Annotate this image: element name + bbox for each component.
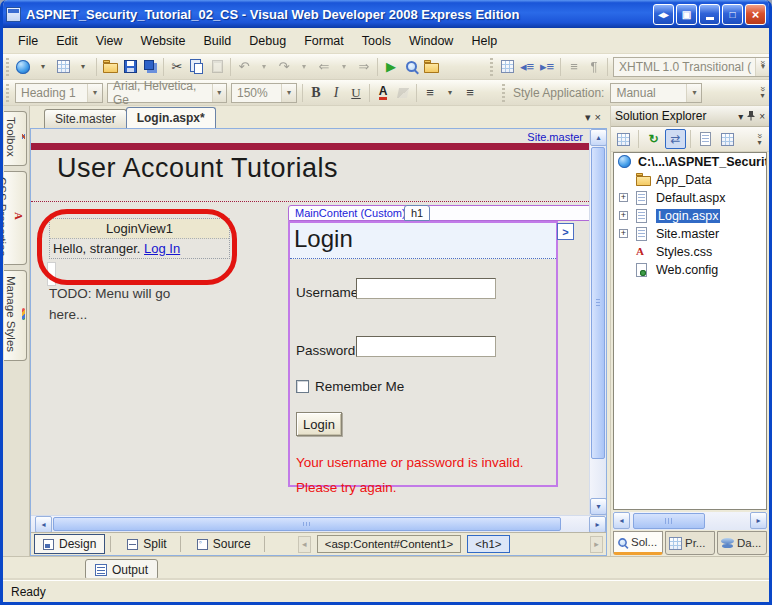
window-switch-button[interactable]: ◂▸ — [653, 4, 674, 25]
tree-item-website-root[interactable]: C:\...\ASPNET_Security — [614, 153, 766, 171]
scroll-up-button[interactable]: ▴ — [590, 129, 607, 146]
h1-tag[interactable]: h1 — [404, 205, 430, 221]
menu-item-build[interactable]: Build — [195, 31, 241, 51]
view-designer-button[interactable] — [717, 129, 738, 149]
vertical-scrollbar[interactable]: ▴ ▾ — [589, 129, 606, 515]
new-website-button[interactable] — [13, 56, 33, 78]
se-scroll-right-button[interactable]: ▸ — [750, 512, 767, 529]
tree-expander[interactable] — [619, 211, 628, 220]
design-surface[interactable]: Site.master User Account Tutorials Login… — [31, 129, 589, 515]
horizontal-scroll-thumb[interactable] — [53, 517, 561, 531]
redo-button[interactable]: ↷ — [274, 56, 294, 78]
highlight-button[interactable] — [393, 82, 413, 104]
undo-dropdown[interactable]: ▾ — [254, 56, 274, 78]
new-website-dropdown[interactable]: ▾ — [33, 56, 53, 78]
tree-item-site-master[interactable]: Site.master — [614, 225, 766, 243]
toolbar-grip[interactable] — [6, 58, 9, 76]
block-format-dropdown[interactable]: Heading 1 ▾ — [15, 83, 103, 103]
open-file-button[interactable] — [100, 56, 120, 78]
formatting-marks-button[interactable] — [497, 56, 517, 78]
font-color-button[interactable]: A — [373, 82, 393, 104]
navigate-back-dropdown[interactable]: ▾ — [334, 56, 354, 78]
paste-button[interactable] — [207, 56, 227, 78]
login-heading[interactable]: Login — [290, 223, 556, 259]
sidebar-tab-toolbox[interactable]: Toolbox — [4, 111, 27, 166]
tab-login-aspx[interactable]: Login.aspx* — [126, 107, 216, 128]
tab-solution-explorer[interactable]: Sol... — [613, 531, 663, 555]
add-item-dropdown[interactable]: ▾ — [73, 56, 93, 78]
se-scroll-thumb[interactable] — [633, 513, 705, 529]
pin-icon[interactable] — [746, 110, 756, 123]
vertical-scroll-thumb[interactable] — [591, 147, 605, 459]
maincontent-tag[interactable]: MainContent (Custom) — [288, 205, 589, 221]
decrease-indent-button[interactable]: ◂≡ — [517, 56, 537, 78]
browse-folder-button[interactable] — [421, 56, 441, 78]
tree-item-default-aspx[interactable]: Default.aspx — [614, 189, 766, 207]
se-toolbar-overflow[interactable]: » ▾ — [753, 128, 766, 150]
alignment-dropdown[interactable]: ▾ — [440, 82, 460, 104]
close-button[interactable]: × — [745, 4, 766, 25]
font-family-dropdown[interactable]: Arial, Helvetica, Ge ▾ — [107, 83, 227, 103]
tab-database-explorer[interactable]: Da... — [717, 531, 767, 555]
panel-menu-dropdown[interactable]: ▾ — [738, 111, 743, 122]
scroll-right-button[interactable]: ▸ — [589, 516, 606, 533]
minimize-button[interactable] — [699, 4, 720, 25]
copy-button[interactable] — [187, 56, 207, 78]
properties-button[interactable] — [613, 129, 634, 149]
menu-item-help[interactable]: Help — [462, 31, 506, 51]
sidebar-tab-manage-styles[interactable]: Manage Styles — [4, 270, 27, 361]
font-size-dropdown[interactable]: 150% ▾ — [231, 83, 297, 103]
tree-expander[interactable] — [619, 193, 628, 202]
italic-button[interactable]: I — [326, 82, 346, 104]
menu-item-file[interactable]: File — [9, 31, 47, 51]
bold-button[interactable]: B — [306, 82, 326, 104]
control-resize-handle[interactable] — [47, 262, 56, 286]
view-code-button[interactable] — [695, 129, 716, 149]
increase-indent-button[interactable]: ▸≡ — [537, 56, 557, 78]
paragraph-button[interactable]: ¶ — [584, 56, 604, 78]
horizontal-scrollbar[interactable]: ◂ ▸ — [31, 515, 606, 532]
smart-tag-button[interactable]: > — [557, 223, 574, 240]
toolbar-overflow-button[interactable]: » ▾ — [756, 82, 769, 104]
menu-item-edit[interactable]: Edit — [47, 31, 87, 51]
justify-button[interactable]: ≡ — [564, 56, 584, 78]
source-view-button[interactable]: Source — [189, 535, 259, 553]
tree-item-web-config[interactable]: Web.config — [614, 261, 766, 279]
menu-item-debug[interactable]: Debug — [240, 31, 295, 51]
username-field[interactable] — [356, 278, 496, 299]
tree-expander[interactable] — [619, 229, 628, 238]
view-in-browser-button[interactable] — [401, 56, 421, 78]
document-close-button[interactable]: × — [595, 111, 601, 124]
panel-close-button[interactable]: × — [759, 111, 765, 122]
se-horizontal-scrollbar[interactable]: ◂ ▸ — [613, 512, 767, 530]
save-all-button[interactable] — [140, 56, 160, 78]
toolbar-grip[interactable] — [490, 58, 493, 76]
menu-item-tools[interactable]: Tools — [353, 31, 400, 51]
tree-item-login-aspx[interactable]: Login.aspx — [614, 207, 766, 225]
menu-item-view[interactable]: View — [87, 31, 132, 51]
alignment-button[interactable]: ≡ — [420, 82, 440, 104]
navigate-back-button[interactable]: ⇐ — [314, 56, 334, 78]
tab-output[interactable]: Output — [85, 559, 158, 580]
menu-item-window[interactable]: Window — [400, 31, 462, 51]
doctype-dropdown[interactable]: XHTML 1.0 Transitional ( ▾ — [613, 57, 771, 77]
style-application-dropdown[interactable]: Manual ▾ — [610, 83, 702, 103]
password-field[interactable] — [356, 336, 496, 357]
add-item-button[interactable] — [53, 56, 73, 78]
sidebar-tab-css-properties[interactable]: A CSS Properties — [4, 171, 27, 265]
refresh-button[interactable]: ↻ — [643, 129, 664, 149]
start-debug-button[interactable]: ▶ — [381, 56, 401, 78]
login-button[interactable]: Login — [296, 412, 342, 436]
toolbar-grip[interactable] — [502, 84, 505, 102]
cut-button[interactable]: ✂ — [167, 56, 187, 78]
navigate-forward-button[interactable]: ⇒ — [354, 56, 374, 78]
menu-item-website[interactable]: Website — [132, 31, 195, 51]
scroll-down-button[interactable]: ▾ — [590, 498, 607, 515]
split-view-button[interactable]: Split — [119, 535, 174, 553]
tagnav-h1-button[interactable]: <h1> — [467, 535, 509, 553]
maximize-button[interactable]: □ — [722, 4, 743, 25]
window-dock-button[interactable]: ▣ — [676, 4, 697, 25]
tree-item-app-data[interactable]: App_Data — [614, 171, 766, 189]
redo-dropdown[interactable]: ▾ — [294, 56, 314, 78]
se-scroll-left-button[interactable]: ◂ — [613, 512, 630, 529]
